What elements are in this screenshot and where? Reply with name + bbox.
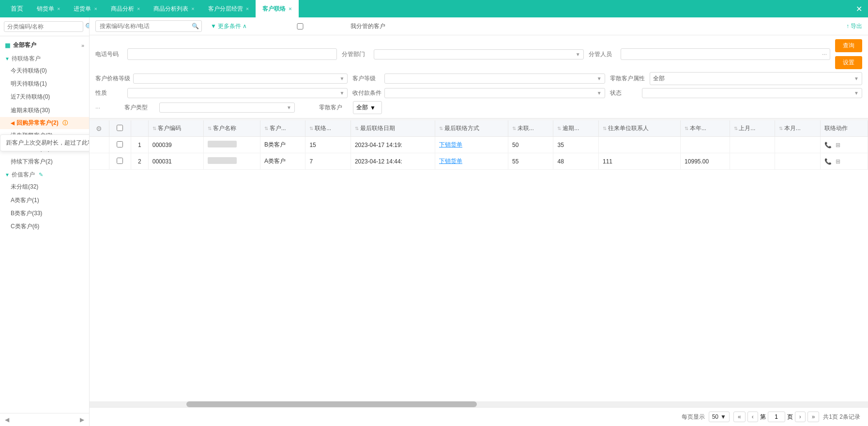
horizontal-scrollbar[interactable] <box>90 401 868 407</box>
nav-sales-order[interactable]: 销货单 × <box>30 0 67 17</box>
phone-input[interactable] <box>127 48 337 60</box>
sidebar-search-icon[interactable]: 🔍 <box>85 23 90 30</box>
filter-more-conditions[interactable]: ▼ 更多条件 ∧ <box>211 22 247 30</box>
row2-checkbox-cell[interactable] <box>109 153 131 170</box>
scrollbar-thumb[interactable] <box>186 401 477 407</box>
sidebar-item-ungrouped[interactable]: 未分组(32) <box>0 180 89 193</box>
right-arrow-icon[interactable]: ▶ <box>80 416 84 423</box>
per-page-label: 每页显示 <box>682 413 705 421</box>
close-purchase-order-icon[interactable]: × <box>94 6 97 12</box>
active-indicator-icon: ◀ <box>11 120 15 126</box>
table-this-month-header[interactable]: 本月... <box>775 120 821 137</box>
row2-more-icon[interactable]: ⊞ <box>836 158 840 165</box>
table-uncontacted-header[interactable]: 未联... <box>508 120 553 137</box>
branch-person-select[interactable]: ··· <box>621 48 830 60</box>
close-customer-contact-icon[interactable]: × <box>289 6 291 12</box>
table-index-header <box>131 120 148 137</box>
status-select[interactable]: ▼ <box>642 88 862 98</box>
more-filter-dots[interactable]: ··· <box>95 104 100 111</box>
sidebar-item-c-customers[interactable]: C类客户(6) <box>0 220 89 233</box>
window-close-icon[interactable]: ✕ <box>856 4 862 14</box>
sidebar-item-b-customers[interactable]: B类客户(33) <box>0 207 89 220</box>
sidebar-bottom-nav[interactable]: ◀ ▶ <box>0 413 89 426</box>
table-contact-header[interactable]: 联络... <box>305 120 351 137</box>
close-sales-order-icon[interactable]: × <box>57 6 60 12</box>
table-code-header[interactable]: 客户编码 <box>148 120 204 137</box>
close-customer-segment-icon[interactable]: × <box>246 6 249 12</box>
row2-phone-icon[interactable]: 📞 <box>824 158 832 165</box>
sidebar-item-tomorrow-pending[interactable]: 明天待联络(1) <box>0 77 89 90</box>
last-page-button[interactable]: » <box>807 411 820 422</box>
export-button[interactable]: ↑ 导出 <box>846 22 862 30</box>
table-overdue-header[interactable]: 逾期... <box>553 120 599 137</box>
prev-page-button[interactable]: ‹ <box>747 411 758 422</box>
sidebar-item-7day-pending[interactable]: 近7天待联络(0) <box>0 90 89 103</box>
row2-level: A类客户 <box>260 153 305 170</box>
nav-customer-segment[interactable]: 客户分层经营 × <box>201 0 256 17</box>
nav-purchase-order[interactable]: 进货单 × <box>67 0 104 17</box>
close-product-analysis-list-icon[interactable]: × <box>191 6 194 12</box>
my-customers-checkbox-area[interactable]: 我分管的客户 <box>252 22 385 30</box>
sidebar-item-a-customers[interactable]: A类客户(1) <box>0 194 89 207</box>
grid-icon: ▦ <box>5 42 10 49</box>
row1-level: B类客户 <box>260 137 305 153</box>
select-all-checkbox[interactable] <box>117 125 123 131</box>
first-page-button[interactable]: « <box>733 411 746 422</box>
sidebar-all-customers[interactable]: ▦ 全部客户 » <box>0 38 89 52</box>
nav-customer-contact[interactable]: 客户联络 × <box>256 0 298 17</box>
row1-more-icon[interactable]: ⊞ <box>836 142 840 148</box>
next-page-button[interactable]: › <box>795 411 806 422</box>
left-arrow-icon[interactable]: ◀ <box>5 416 9 423</box>
sidebar-search-input[interactable] <box>4 21 83 32</box>
retail-customer-select[interactable]: 全部 ▼ <box>353 101 382 114</box>
query-button[interactable]: 查询 <box>835 39 862 52</box>
table-last-month-header[interactable]: 上月... <box>730 120 775 137</box>
table-row: 1 000039 B类客户 15 2023-04-17 14:19: 下销货单 … <box>90 137 868 153</box>
nav-home[interactable]: 首页 <box>4 0 30 17</box>
row2-this-month <box>775 153 821 170</box>
nav-product-analysis[interactable]: 商品分析 × <box>104 0 147 17</box>
info-icon[interactable]: ⓘ <box>62 119 68 127</box>
row1-this-month <box>775 137 821 153</box>
sidebar-group-pending[interactable]: ▼ 待联络客户 <box>0 52 89 64</box>
payment-terms-select[interactable]: ▼ <box>384 88 605 98</box>
sidebar-group-value[interactable]: ▼ 价值客户 ✎ <box>0 168 89 180</box>
close-product-analysis-icon[interactable]: × <box>137 6 140 12</box>
row1-checkbox[interactable] <box>117 141 123 147</box>
table-gear-header[interactable]: ⚙ <box>90 120 109 137</box>
price-level-select[interactable]: ▼ <box>133 73 348 84</box>
branch-dept-select[interactable]: ▼ <box>374 49 583 59</box>
table-last-contact-method-header[interactable]: 最后联络方式 <box>435 120 508 137</box>
customer-type-select[interactable]: ▼ <box>159 103 295 113</box>
row1-checkbox-cell[interactable] <box>109 137 131 153</box>
row1-phone-icon[interactable]: 📞 <box>824 142 832 148</box>
gender-select[interactable]: ▼ <box>127 88 348 98</box>
table-name-header[interactable]: 客户名称 <box>204 120 260 137</box>
search-input[interactable] <box>95 20 202 32</box>
sidebar-item-today-pending[interactable]: 今天待联络(0) <box>0 64 89 77</box>
setting-button[interactable]: 设置 <box>835 56 862 69</box>
sidebar-collapse-icon[interactable]: » <box>81 43 84 48</box>
my-customers-checkbox[interactable] <box>252 23 349 29</box>
row1-index: 1 <box>131 137 148 153</box>
row1-last-contact-method[interactable]: 下销货单 <box>435 137 508 153</box>
sidebar-item-declining-customers[interactable]: 持续下滑客户(2) <box>0 155 89 168</box>
per-page-select[interactable]: 50 ▼ <box>709 411 730 422</box>
row2-last-contact-method[interactable]: 下销货单 <box>435 153 508 170</box>
table-level-header[interactable]: 客户... <box>260 120 305 137</box>
search-icon[interactable]: 🔍 <box>192 23 199 29</box>
table-this-year-header[interactable]: 本年... <box>681 120 730 137</box>
customer-level-select[interactable]: ▼ <box>384 73 605 84</box>
sidebar-group-abnormal-active[interactable]: ◀ 回购异常客户(2) ⓘ <box>0 117 89 129</box>
table-company-contacts-header[interactable]: 往来单位联系人 <box>598 120 680 137</box>
edit-icon[interactable]: ✎ <box>39 172 43 178</box>
page-navigation: « ‹ 第 页 › » <box>733 411 819 422</box>
sidebar-item-overdue-pending[interactable]: 逾期未联络(30) <box>0 104 89 117</box>
retail-attr-select[interactable]: 全部 ▼ <box>650 72 862 85</box>
more-icon[interactable]: ··· <box>822 51 827 58</box>
nav-product-analysis-list[interactable]: 商品分析列表 × <box>147 0 201 17</box>
row2-checkbox[interactable] <box>117 158 123 164</box>
page-input[interactable] <box>768 411 785 422</box>
table-last-contact-date-header[interactable]: 最后联络日期 <box>350 120 435 137</box>
table-checkbox-header[interactable] <box>109 120 131 137</box>
